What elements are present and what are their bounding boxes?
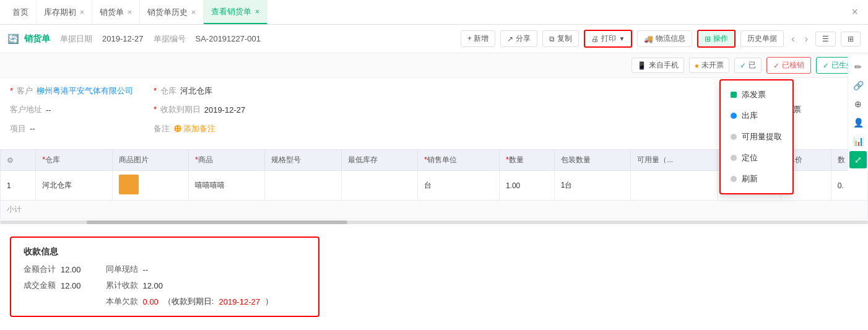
edit-icon: ✏ — [854, 62, 862, 72]
tab-sales-order[interactable]: 销货单 × — [92, 0, 140, 24]
address-field: 客户地址 -- — [10, 104, 134, 115]
payment-section: 收款信息 金额合计 12.00 成交金额 12.00 — [0, 225, 868, 328]
row-pack-qty: 1台 — [554, 171, 630, 201]
tab-sales-history[interactable]: 销货单历史 × — [140, 0, 204, 24]
user-icon: 👤 — [853, 118, 864, 128]
row-min-stock — [341, 171, 417, 201]
dropdown-item-available[interactable]: 可用量提取 — [721, 126, 792, 147]
warehouse-field: * 仓库 河北仓库 — [154, 85, 277, 97]
doc-actions: + 新增 ↗ 分享 ⧉ 复制 🖨 打印 ▼ 🚚 物流信息 — [461, 30, 861, 48]
col-available: 可用量（... — [631, 150, 718, 171]
doc-meta: 单据日期 2019-12-27 单据编号 SA-20191227-001 — [60, 33, 261, 45]
product-image — [119, 175, 139, 194]
doc-icon: 🔄 — [7, 33, 19, 45]
main-content: 🔄 销货单 单据日期 2019-12-27 单据编号 SA-20191227-0… — [0, 25, 868, 330]
history-button[interactable]: 历史单据 — [740, 30, 784, 47]
print-button[interactable]: 🖨 打印 ▼ — [584, 30, 632, 48]
due-note-end: ） — [265, 296, 273, 307]
col-image: 商品图片 — [112, 150, 188, 171]
amount-total-item: 金额合计 12.00 — [24, 264, 81, 275]
from-phone-button[interactable]: 📱 来自手机 — [631, 58, 684, 73]
dropdown-item-refresh[interactable]: 刷新 — [721, 168, 792, 189]
tab-inventory-init[interactable]: 库存期初 × — [37, 0, 92, 24]
expand-icon: ⤢ — [854, 155, 862, 165]
row-warehouse: 河北仓库 — [36, 171, 112, 201]
row-index: 1 — [1, 171, 36, 201]
tab-view-sales[interactable]: 查看销货单 × — [204, 0, 267, 24]
tab-bar: 首页 库存期初 × 销货单 × 销货单历史 × 查看销货单 × × — [0, 0, 868, 25]
right-tool-link[interactable]: 🔗 — [849, 77, 867, 94]
tab-home[interactable]: 首页 — [5, 0, 37, 24]
payment-box: 收款信息 金额合计 12.00 成交金额 12.00 — [10, 237, 319, 317]
payment-col-left: 金额合计 12.00 成交金额 12.00 — [24, 264, 81, 307]
share-icon: ↗ — [507, 35, 513, 43]
right-tool-edit[interactable]: ✏ — [849, 58, 867, 76]
doc-title: 🔄 销货单 — [7, 33, 50, 45]
col-quantity: *数量 — [499, 150, 554, 171]
cumulative-item: 累计收款 12.00 — [106, 280, 273, 291]
doc-toolbar2: 📱 来自手机 ● 未开票 ✓ 已 ✓ 已核销 ✓ 已生效 — [0, 53, 868, 78]
transaction-value: 12.00 — [61, 281, 81, 290]
number-value: SA-20191227-001 — [196, 34, 261, 43]
due-value: 0.00 — [143, 297, 158, 306]
warehouse-value: 河北仓库 — [180, 85, 212, 97]
col-warehouse: *仓库 — [36, 150, 112, 171]
right-tools: ✏ 🔗 ⊕ 👤 📊 ⤢ — [848, 56, 868, 171]
available-dot — [731, 134, 737, 140]
add-button[interactable]: + 新增 — [461, 30, 495, 47]
doc-header: 🔄 销货单 单据日期 2019-12-27 单据编号 SA-20191227-0… — [0, 25, 868, 53]
address-value: -- — [46, 105, 51, 115]
share-button[interactable]: ↗ 分享 — [500, 30, 537, 47]
due-date-value: 2019-12-27 — [204, 105, 246, 115]
horizontal-scrollbar[interactable] — [0, 220, 868, 224]
outbound-dot — [731, 113, 737, 119]
nav-next[interactable]: › — [802, 33, 810, 45]
row-product: 嘻嘻嘻嘻 — [189, 171, 265, 201]
grid-icon: ⊞ — [848, 35, 854, 43]
right-tool-user[interactable]: 👤 — [849, 114, 867, 131]
right-tool-data[interactable]: 📊 — [849, 132, 867, 150]
due-item: 本单欠款 0.00 （收款到期日: 2019-12-27 ） — [106, 296, 273, 307]
payment-col-right: 同单现结 -- 累计收款 12.00 本单欠款 0.00 （收款到期日: 201… — [106, 264, 273, 307]
col-unit: *销售单位 — [418, 150, 500, 171]
row-unit: 台 — [418, 171, 500, 201]
right-tool-expand[interactable]: ⤢ — [849, 151, 867, 168]
operations-dropdown: 添发票 出库 可用量提取 定位 刷新 — [719, 79, 794, 194]
due-note: （收款到期日: — [163, 296, 214, 307]
settings-icon[interactable]: ⚙ — [7, 156, 14, 165]
link-icon: 🔗 — [853, 80, 864, 90]
col-spec: 规格型号 — [265, 150, 341, 171]
app-close-button[interactable]: × — [846, 6, 863, 19]
logistics-icon: 🚚 — [644, 35, 653, 43]
tab-close-history[interactable]: × — [191, 8, 196, 17]
nav-prev[interactable]: ‹ — [789, 33, 797, 45]
customer-value[interactable]: 柳州粤港平安气体有限公司 — [37, 85, 133, 97]
copy-button[interactable]: ⧉ 复制 — [542, 30, 579, 47]
not-opened-button[interactable]: ● 未开票 — [689, 58, 729, 73]
copy-icon: ⧉ — [549, 35, 555, 43]
check-done-button[interactable]: ✓ 已 — [734, 58, 762, 73]
ticket-icon: ● — [695, 61, 699, 70]
tab-close-view[interactable]: × — [255, 7, 259, 16]
add-remark-button[interactable]: ⊕ 添加备注 — [173, 123, 215, 134]
number-label: 单据编号 — [154, 33, 186, 45]
tab-close-sales[interactable]: × — [128, 8, 132, 17]
date-label: 单据日期 — [60, 33, 92, 45]
dropdown-item-invoice[interactable]: 添发票 — [721, 84, 792, 105]
cancel-status-button[interactable]: ✓ 已核销 — [766, 57, 811, 74]
view-grid-button[interactable]: ⊞ — [841, 32, 861, 46]
refresh-dot — [731, 176, 737, 182]
data-icon: 📊 — [853, 136, 864, 146]
dropdown-item-locate[interactable]: 定位 — [721, 147, 792, 168]
scrollbar-thumb[interactable] — [87, 220, 347, 224]
operations-button[interactable]: ⊞ 操作 — [697, 30, 736, 48]
row-spec — [265, 171, 341, 201]
remark-field: 备注 ⊕ 添加备注 — [154, 123, 277, 134]
locate-dot — [731, 155, 737, 161]
right-tool-qr[interactable]: ⊕ — [849, 95, 867, 113]
logistics-button[interactable]: 🚚 物流信息 — [637, 30, 692, 47]
view-list-button[interactable]: ☰ — [815, 32, 836, 46]
add-icon: ⊕ — [173, 123, 181, 134]
tab-close-inventory[interactable]: × — [80, 8, 84, 17]
dropdown-item-outbound[interactable]: 出库 — [721, 105, 792, 126]
